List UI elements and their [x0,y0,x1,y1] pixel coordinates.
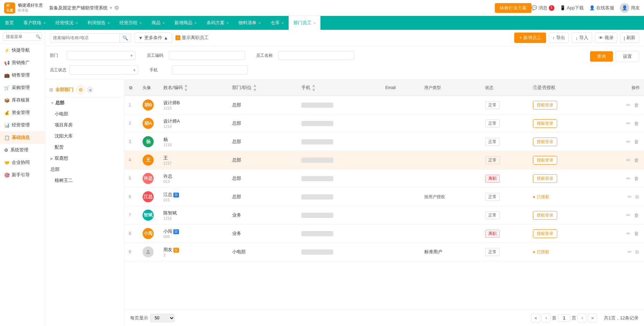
emp-status-filter-select[interactable] [69,65,138,74]
import-btn[interactable]: ↓ 导入 [572,33,592,43]
copy-btn[interactable]: ⧉ [635,249,639,255]
sidebar-item-guide[interactable]: 🎯 新手引导 [0,169,45,181]
dept-tree-item-zhishu[interactable]: 植树王二 [45,175,124,186]
sidebar-item-system[interactable]: ⚙ 系统管理 [0,144,45,156]
sidebar-item-marketing[interactable]: 📢 营销推广 [0,56,45,69]
sort-name[interactable]: 姓名/编码 ▲▼ [163,83,224,92]
dept-filter-select[interactable] [66,51,136,60]
tab-profit[interactable]: 利润报告× [83,16,115,30]
show-resign-checkbox[interactable]: ✓ [175,35,180,40]
table-row: 5 许总 许总 013 总部 [125,169,644,188]
dept-tree-item-project[interactable]: 项目库房 [45,120,124,131]
try-btn[interactable]: 体验行业方案 [495,3,532,13]
tab-goods[interactable]: 商品× [147,16,170,30]
prev-page-btn[interactable]: ‹ [542,314,551,323]
edit-btn[interactable]: ✏ [628,249,632,255]
gear-icon[interactable]: ⚙ [114,5,119,11]
delete-btn[interactable]: 🗑 [634,121,639,126]
tab-customer[interactable]: 客户联络× [19,16,51,30]
page-size-select[interactable]: 50 20 100 [150,314,175,322]
app-icon: 📱 [560,5,565,10]
export-btn[interactable]: ↑ 导出 [549,33,569,43]
search-submit-btn[interactable]: 🔍 [119,34,131,42]
show-resign-toggle[interactable]: ✓ 显示离职员工 [175,35,209,41]
auth-btn[interactable]: 授权登录 [533,156,557,165]
system-icon: ⚙ [4,148,8,153]
user-area[interactable]: 👤 用友 [620,3,640,13]
dept-tree-item-zongbu[interactable]: 总部 [45,164,124,175]
dropdown-arrow[interactable]: ▾ [110,5,112,10]
auth-btn[interactable]: 授权登录 [533,211,557,220]
emp-code-filter-input[interactable] [169,51,245,60]
last-page-btn[interactable]: » [588,314,597,323]
message-btn[interactable]: 💬 消息 5 [532,5,554,11]
emp-name-filter-input[interactable] [278,51,354,60]
sidebar-item-collab[interactable]: 🤝 企业协同 [0,156,45,169]
delete-btn[interactable]: 🗑 [634,139,639,144]
dept-collapse-btn[interactable]: ◀ [87,86,93,93]
tab-barcode[interactable]: 条码方案× [202,16,234,30]
edit-btn[interactable]: ✏ [626,121,631,126]
auth-btn[interactable]: 授权登录 [533,138,557,146]
edit-btn[interactable]: ✏ [626,176,631,181]
dept-tree-item-head[interactable]: ▼ 总部 [45,97,124,108]
copy-btn[interactable]: ⧉ [635,194,639,200]
auth-btn[interactable]: 授权登录 [533,229,557,238]
auth-btn[interactable]: 授权登录 [533,119,557,128]
edit-btn[interactable]: ✏ [628,194,632,200]
sidebar-item-inventory[interactable]: 📦 库存核算 [0,94,45,106]
edit-btn[interactable]: ✏ [626,139,631,144]
reset-btn[interactable]: 设置 [616,51,639,62]
delete-btn[interactable]: 🗑 [634,157,639,163]
online-service-btn[interactable]: 👤 在线客服 [589,5,614,11]
sidebar-item-ops[interactable]: 📊 经营管理 [0,119,45,131]
add-employee-btn[interactable]: + 新增员工 [514,33,546,43]
dept-tree-item-shenyang[interactable]: 沈阳大库 [45,131,124,142]
employee-table-wrap: ⚙ 头像 姓名/编码 ▲▼ 部门 [125,80,644,310]
edit-btn[interactable]: ✏ [626,231,631,236]
sidebar-item-sales[interactable]: 💼 销售管理 [0,69,45,81]
col-settings-icon[interactable]: ⚙ [129,85,133,90]
sidebar-item-finance[interactable]: 💰 资金管理 [0,106,45,119]
current-page-input[interactable] [558,314,570,322]
dept-settings-btn[interactable]: ⚙ [76,85,85,94]
print-btn[interactable]: | 刷新 [620,33,639,43]
dept-tree-item-peihuo[interactable]: 配货 [45,142,124,153]
tab-warehouse[interactable]: 仓库× [266,16,289,30]
tab-dept-staff[interactable]: 部门员工× [289,16,320,30]
row1-email [381,96,420,114]
dept-tree-item-shuanglu[interactable]: ▶ 双鹿想 [45,153,124,164]
phone-filter-input[interactable] [172,65,248,74]
query-btn[interactable]: 查询 [590,51,613,62]
auth-btn[interactable]: 授权登录 [533,174,557,183]
tab-bom[interactable]: 物料清单× [234,16,265,30]
edit-btn[interactable]: ✏ [626,102,631,108]
col-ops: 操作 [597,80,644,96]
sort-dept[interactable]: 部门/职位 ▲▼ [232,83,293,92]
basic-icon: 📋 [4,135,10,140]
tab-add-goods[interactable]: 新增商品× [170,16,201,30]
sidebar-item-nav[interactable]: ⚡ 快捷导航 [0,44,45,56]
more-conditions-btn[interactable]: ▼ 更多条件 ▲ [135,33,172,43]
sort-phone[interactable]: 手机 ▲▼ [301,83,377,92]
tab-operation[interactable]: 经营情况× [51,16,82,30]
sidebar-item-basic[interactable]: 📋 基础信息 [0,131,45,144]
sidebar-item-purchase[interactable]: 🛒 采购管理 [0,81,45,94]
delete-btn[interactable]: 🗑 [634,102,639,108]
next-page-btn[interactable]: › [578,314,587,323]
row2-auth: 授权登录 [529,114,597,133]
app-download-btn[interactable]: 📱 App下载 [560,5,584,11]
delete-btn[interactable]: 🗑 [634,176,639,181]
search-input[interactable] [50,34,119,42]
edit-btn[interactable]: ✏ [626,157,631,163]
dept-tree-item-xiaodian[interactable]: 小电部 [45,108,124,120]
tab-home[interactable]: 首页 [0,16,19,30]
auth-btn[interactable]: 授权登录 [533,101,557,109]
view-btn[interactable]: 👁 视录 [595,33,617,43]
edit-btn[interactable]: ✏ [626,212,631,218]
tab-history[interactable]: 经营历程× [115,16,146,30]
delete-btn[interactable]: 🗑 [634,212,639,218]
delete-btn[interactable]: 🗑 [634,231,639,236]
guide-icon: 🎯 [4,173,10,178]
first-page-btn[interactable]: « [531,314,540,323]
